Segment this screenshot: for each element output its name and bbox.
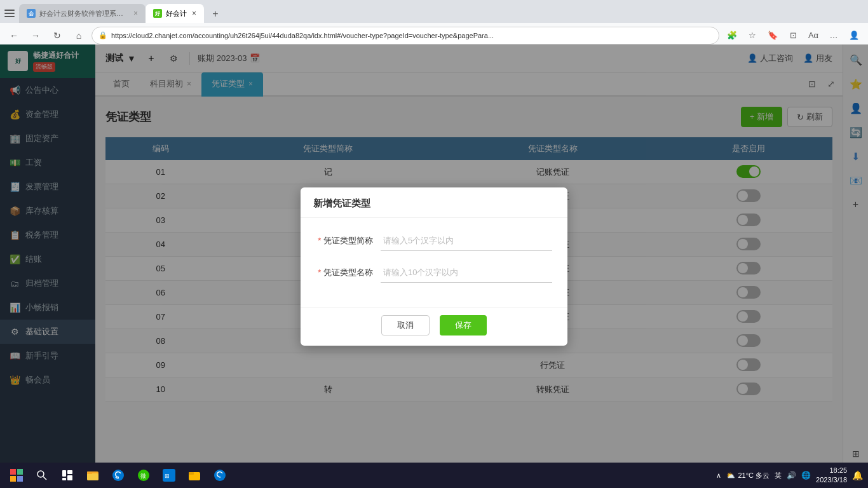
browser-chrome: 会 好会计云财务软件管理系统_会计 × 好 好会计 × + ← → ↻ ⌂ 🔒 …	[0, 0, 868, 44]
taskbar-up-arrow[interactable]: ∧	[716, 471, 721, 480]
taskbar-clock[interactable]: 18:25 2023/3/18	[816, 466, 847, 485]
back-button[interactable]: ←	[5, 27, 23, 44]
svg-rect-9	[62, 470, 66, 477]
svg-rect-12	[62, 478, 66, 480]
svg-point-7	[37, 471, 44, 477]
modal-body: 凭证类型简称 凭证类型名称	[301, 218, 567, 307]
browser-tab-title-2: 好会计	[166, 9, 187, 18]
svg-text:⊞: ⊞	[165, 473, 170, 479]
taskbar-date-text: 2023/3/18	[816, 475, 847, 485]
address-bar[interactable]: 🔒 https://cloud2.chanjet.com/accounting/…	[92, 27, 719, 44]
taskbar-weather[interactable]: ⛅ 21°C 多云	[726, 471, 770, 480]
svg-rect-10	[67, 470, 72, 474]
svg-line-8	[43, 477, 46, 480]
address-text: https://cloud2.chanjet.com/accounting/uh…	[111, 32, 494, 39]
taskbar-edge-icon[interactable]	[107, 464, 130, 487]
lock-icon: 🔒	[98, 31, 107, 39]
field-short-input[interactable]	[381, 231, 552, 251]
taskbar-taskview-icon[interactable]	[56, 464, 79, 487]
taskbar-edge-icon-2[interactable]	[208, 464, 231, 487]
field-name-input[interactable]	[381, 262, 552, 283]
add-voucher-type-modal: 新增凭证类型 凭证类型简称 凭证类型名称 取消 保存	[301, 187, 567, 346]
refresh-button[interactable]: ↻	[48, 27, 66, 44]
browser-tab-close-1[interactable]: ×	[133, 9, 138, 18]
svg-rect-6	[17, 476, 23, 482]
browser-settings-button[interactable]: …	[825, 27, 843, 44]
browser-profile-button[interactable]: 👤	[845, 27, 863, 44]
svg-rect-5	[10, 476, 16, 482]
extensions-button[interactable]: 🧩	[723, 27, 741, 44]
taskbar-file-explorer-icon[interactable]	[81, 464, 104, 487]
taskbar-network-icon[interactable]: 🌐	[801, 471, 811, 480]
browser-tab-title-1: 好会计云财务软件管理系统_会计	[39, 9, 128, 18]
svg-rect-15	[87, 471, 92, 474]
svg-point-23	[214, 470, 226, 481]
browser-tab-bar: 会 好会计云财务软件管理系统_会计 × 好 好会计 × +	[0, 0, 868, 23]
svg-rect-22	[189, 472, 194, 475]
browser-sidebar-toggle[interactable]	[0, 4, 19, 23]
collections-button[interactable]: 🔖	[764, 27, 782, 44]
svg-rect-3	[10, 469, 16, 475]
taskbar: 微 ⊞ ∧ ⛅ 21°C 多云 英 🔊 🌐 18:25 2023/3/18 🔔	[0, 463, 868, 488]
taskbar-search-icon[interactable]	[31, 464, 53, 487]
taskbar-time-text: 18:25	[816, 466, 847, 475]
svg-rect-0	[4, 10, 15, 11]
browser-tab-favicon-2: 好	[153, 9, 162, 18]
toolbar-right-icons: 🧩 ☆ 🔖 ⊡ Aα … 👤	[723, 27, 863, 44]
home-button[interactable]: ⌂	[70, 27, 88, 44]
browser-tab-close-2[interactable]: ×	[192, 9, 196, 18]
modal-footer: 取消 保存	[301, 307, 567, 346]
field-short-label: 凭证类型简称	[316, 235, 373, 247]
browser-tab-1[interactable]: 会 好会计云财务软件管理系统_会计 ×	[19, 4, 146, 23]
modal-title: 新增凭证类型	[313, 198, 370, 208]
modal-header: 新增凭证类型	[301, 187, 567, 218]
taskbar-lang[interactable]: 英	[775, 471, 782, 480]
browser-tab-2[interactable]: 好 好会计 ×	[146, 4, 204, 23]
cancel-button[interactable]: 取消	[381, 315, 430, 336]
form-row-short: 凭证类型简称	[316, 231, 552, 251]
save-button[interactable]: 保存	[440, 315, 487, 336]
favorites-button[interactable]: ☆	[743, 27, 761, 44]
svg-text:微: 微	[140, 473, 146, 479]
svg-rect-1	[4, 13, 15, 14]
new-tab-button[interactable]: +	[207, 5, 224, 23]
svg-point-16	[112, 470, 124, 481]
svg-rect-4	[17, 469, 23, 475]
taskbar-store-icon[interactable]: ⊞	[158, 464, 180, 487]
field-name-label: 凭证类型名称	[316, 267, 373, 278]
split-view-button[interactable]: ⊡	[784, 27, 802, 44]
taskbar-system-tray: ∧	[716, 471, 721, 480]
svg-rect-14	[87, 473, 98, 480]
taskbar-right: ∧ ⛅ 21°C 多云 英 🔊 🌐 18:25 2023/3/18 🔔	[716, 466, 863, 485]
taskbar-folder-icon[interactable]	[183, 464, 206, 487]
weather-icon: ⛅	[726, 471, 735, 480]
weather-text: 21°C 多云	[738, 471, 770, 480]
svg-rect-11	[67, 475, 72, 480]
lang-text: 英	[775, 471, 782, 479]
read-aloud-button[interactable]: Aα	[804, 27, 822, 44]
svg-rect-2	[4, 16, 15, 17]
taskbar-notification-icon[interactable]: 🔔	[852, 470, 863, 480]
form-row-name: 凭证类型名称	[316, 262, 552, 283]
taskbar-wechat-icon[interactable]: 微	[132, 464, 155, 487]
taskbar-sound-icon[interactable]: 🔊	[787, 471, 796, 480]
modal-overlay: 新增凭证类型 凭证类型简称 凭证类型名称 取消 保存	[0, 44, 868, 488]
forward-button[interactable]: →	[27, 27, 44, 44]
taskbar-start-button[interactable]	[5, 464, 28, 487]
browser-tab-favicon-1: 会	[27, 9, 36, 18]
